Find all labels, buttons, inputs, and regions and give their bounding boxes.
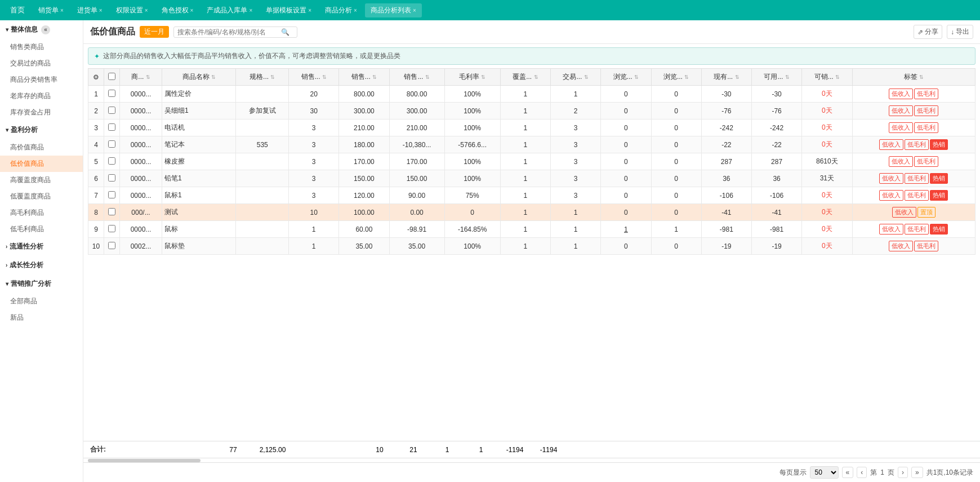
nav-close-template[interactable]: × [308, 7, 311, 14]
col-code[interactable]: 商... ⇅ [120, 69, 162, 86]
row-checkbox[interactable] [104, 170, 120, 187]
nav-template[interactable]: 单据模板设置 × [260, 3, 317, 17]
row-browse1[interactable]: 0 [601, 103, 651, 120]
row-browse1[interactable]: 1 [601, 221, 651, 238]
row-browse1[interactable]: 0 [601, 204, 651, 221]
nav-analysis-list[interactable]: 商品分析列表 × [365, 3, 422, 17]
nav-close-production[interactable]: × [249, 7, 252, 14]
col-qty[interactable]: 销售... ⇅ [289, 69, 339, 86]
col-checkbox[interactable] [104, 69, 120, 86]
col-browse1[interactable]: 浏览... ⇅ [601, 69, 651, 86]
row-name[interactable]: 吴细细1 [162, 103, 236, 120]
col-stock[interactable]: 现有... ⇅ [701, 69, 751, 86]
col-tags[interactable]: 标签 ⇅ [852, 69, 975, 86]
search-input[interactable] [177, 28, 279, 36]
nav-production[interactable]: 产成品入库单 × [201, 3, 258, 17]
nav-close-sales[interactable]: × [60, 7, 64, 14]
nav-sales[interactable]: 销货单 × [33, 3, 69, 17]
col-coverage[interactable]: 覆盖... ⇅ [500, 69, 550, 86]
nav-permissions[interactable]: 权限设置 × [110, 3, 154, 17]
share-button[interactable]: ⇗ 分享 [914, 25, 942, 39]
sidebar-item-high-margin[interactable]: 高毛利商品 [0, 205, 83, 221]
search-box[interactable]: 🔍 [173, 26, 297, 38]
row-coverage: 1 [500, 153, 550, 170]
filter-recent-month-btn[interactable]: 近一月 [140, 26, 169, 38]
sidebar-item-traded-goods[interactable]: 交易过的商品 [0, 55, 83, 72]
row-qty: 10 [289, 204, 339, 221]
select-all-checkbox[interactable] [108, 73, 115, 80]
row-name[interactable]: 铅笔1 [162, 170, 236, 187]
row-name[interactable]: 橡皮擦 [162, 153, 236, 170]
col-settings[interactable]: ⚙ [88, 69, 104, 86]
nav-close-roles[interactable]: × [190, 7, 194, 14]
col-name[interactable]: 商品名称 ⇅ [162, 69, 236, 86]
row-name[interactable]: 笔记本 [162, 136, 236, 153]
row-browse1[interactable]: 0 [601, 153, 651, 170]
row-name[interactable]: 鼠标垫 [162, 238, 236, 255]
col-spec[interactable]: 规格... ⇅ [236, 69, 289, 86]
row-avail: -19 [752, 238, 802, 255]
search-icon[interactable]: 🔍 [281, 28, 289, 36]
export-button[interactable]: ↓ 导出 [947, 25, 973, 39]
row-checkbox[interactable] [104, 120, 120, 136]
sidebar-section-growth[interactable]: › 成长性分析 [0, 256, 83, 275]
sidebar-section-marketing[interactable]: ▾ 营销推广分析 [0, 275, 83, 293]
row-browse1[interactable]: 0 [601, 238, 651, 255]
sidebar-item-all-goods[interactable]: 全部商品 [0, 293, 83, 309]
nav-close-purchase[interactable]: × [99, 7, 103, 14]
col-salable[interactable]: 可销... ⇅ [802, 69, 852, 86]
nav-close-analysis[interactable]: × [354, 7, 357, 14]
sidebar-item-category-sales[interactable]: 商品分类销售率 [0, 72, 83, 88]
table-container[interactable]: ⚙ 商... ⇅ 商品名称 ⇅ 规格... ⇅ 销售... ⇅ 销售... ⇅ … [83, 68, 980, 441]
prev-page-btn[interactable]: ‹ [857, 467, 867, 478]
nav-analysis[interactable]: 商品分析 × [319, 3, 363, 17]
row-browse1[interactable]: 0 [601, 187, 651, 204]
sidebar-section-overview[interactable]: ▾ 整体信息 « [0, 20, 83, 39]
sidebar-item-high-coverage[interactable]: 高覆盖度商品 [0, 172, 83, 188]
first-page-btn[interactable]: « [842, 467, 854, 478]
sidebar-item-high-value[interactable]: 高价值商品 [0, 139, 83, 156]
sidebar-item-low-margin[interactable]: 低毛利商品 [0, 221, 83, 237]
nav-purchase[interactable]: 进货单 × [72, 3, 108, 17]
row-name[interactable]: 鼠标1 [162, 187, 236, 204]
row-checkbox[interactable] [104, 238, 120, 255]
nav-home[interactable]: 首页 [5, 3, 30, 17]
row-checkbox[interactable] [104, 153, 120, 170]
row-checkbox[interactable] [104, 187, 120, 204]
last-page-btn[interactable]: » [911, 467, 923, 478]
sidebar-section-circulation[interactable]: › 流通性分析 [0, 237, 83, 256]
sidebar-item-sales-goods[interactable]: 销售类商品 [0, 39, 83, 55]
row-checkbox[interactable] [104, 86, 120, 103]
sidebar-item-new-goods[interactable]: 新品 [0, 309, 83, 326]
row-qty: 3 [289, 187, 339, 204]
sidebar-section-profit[interactable]: ▾ 盈利分析 [0, 121, 83, 139]
nav-close-analysis-list[interactable]: × [413, 7, 416, 14]
page-size-select[interactable]: 50 100 200 [810, 466, 839, 479]
col-sale2[interactable]: 销售... ⇅ [389, 69, 444, 86]
sidebar-item-low-coverage[interactable]: 低覆盖度商品 [0, 188, 83, 205]
sidebar-item-old-stock[interactable]: 老库存的商品 [0, 88, 83, 104]
row-checkbox[interactable] [104, 136, 120, 153]
nav-close-permissions[interactable]: × [145, 7, 148, 14]
collapse-btn[interactable]: « [41, 25, 50, 34]
row-name[interactable]: 鼠标 [162, 221, 236, 238]
col-browse2[interactable]: 浏览... ⇅ [651, 69, 701, 86]
next-page-btn[interactable]: › [898, 467, 908, 478]
row-browse1[interactable]: 0 [601, 120, 651, 136]
col-gross[interactable]: 毛利率 ⇅ [444, 69, 500, 86]
row-name[interactable]: 电话机 [162, 120, 236, 136]
row-name[interactable]: 测试 [162, 204, 236, 221]
nav-roles[interactable]: 角色授权 × [156, 3, 199, 17]
col-trade[interactable]: 交易... ⇅ [551, 69, 601, 86]
col-avail[interactable]: 可用... ⇅ [752, 69, 802, 86]
row-browse1[interactable]: 0 [601, 86, 651, 103]
row-browse1[interactable]: 0 [601, 170, 651, 187]
row-checkbox[interactable] [104, 103, 120, 120]
row-browse1[interactable]: 0 [601, 136, 651, 153]
sidebar-item-stock-capital[interactable]: 库存资金占用 [0, 104, 83, 121]
col-sale1[interactable]: 销售... ⇅ [339, 69, 389, 86]
row-checkbox[interactable] [104, 204, 120, 221]
row-checkbox[interactable] [104, 221, 120, 238]
row-name[interactable]: 属性定价 [162, 86, 236, 103]
sidebar-item-low-value[interactable]: 低价值商品 [0, 156, 83, 172]
